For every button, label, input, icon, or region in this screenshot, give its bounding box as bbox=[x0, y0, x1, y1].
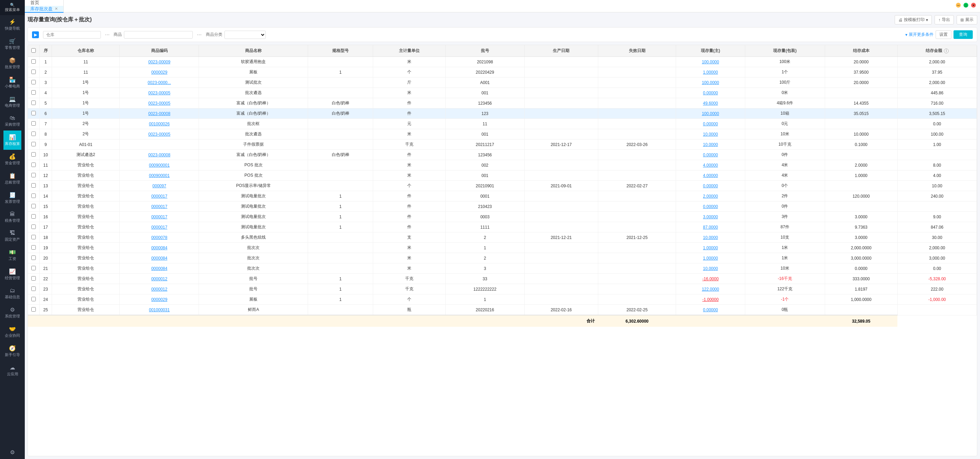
row-code-22[interactable]: 0000012 bbox=[120, 284, 199, 295]
row-qty-main-11[interactable]: 4.00000 bbox=[676, 171, 745, 181]
row-qty-main-4[interactable]: 49.6000 bbox=[676, 98, 745, 108]
row-code-2[interactable]: 0023-0000... bbox=[120, 78, 199, 88]
select-all-checkbox[interactable] bbox=[31, 48, 36, 53]
row-qty-main-21[interactable]: -16.0000 bbox=[676, 274, 745, 284]
set-button[interactable]: 设置 bbox=[935, 30, 951, 39]
sidebar-item-guide[interactable]: 🧭新手引导 bbox=[3, 341, 21, 361]
sidebar-item-invoice[interactable]: 🧾发票管理 bbox=[3, 188, 21, 208]
row-code-13[interactable]: 0000017 bbox=[120, 191, 199, 201]
row-qty-main-20[interactable]: 10.0000 bbox=[676, 263, 745, 274]
row-code-7[interactable]: 0023-00005 bbox=[120, 129, 199, 139]
row-code-20[interactable]: 0000084 bbox=[120, 263, 199, 274]
sidebar-item-mini-shop[interactable]: 🏪小餐电商 bbox=[3, 73, 21, 92]
row-code-6[interactable]: 001000026 bbox=[120, 119, 199, 129]
row-check-12[interactable] bbox=[31, 183, 36, 188]
sidebar-item-purchase[interactable]: 🛍采购管理 bbox=[3, 112, 21, 131]
tab-close-batch-inventory[interactable]: ✕ bbox=[55, 6, 58, 11]
row-check-5[interactable] bbox=[31, 111, 36, 115]
filter-toggle-btn[interactable]: ▶ bbox=[32, 31, 39, 38]
row-qty-main-9[interactable]: 0.00000 bbox=[676, 150, 745, 160]
sidebar-search[interactable]: 🔍 搜索菜单 bbox=[0, 0, 25, 15]
sidebar-item-system[interactable]: ⚙系统管理 bbox=[3, 303, 21, 322]
row-qty-main-8[interactable]: 10.0000 bbox=[676, 139, 745, 150]
row-qty-main-3[interactable]: 0.00000 bbox=[676, 88, 745, 98]
expand-filter-btn[interactable]: ▾ 展开更多条件 bbox=[905, 32, 934, 38]
sidebar-item-tax[interactable]: 🏛税务管理 bbox=[3, 208, 21, 226]
row-qty-main-18[interactable]: 1.00000 bbox=[676, 243, 745, 253]
row-check-0[interactable] bbox=[31, 59, 36, 64]
sidebar-item-hr[interactable]: 💵工资 bbox=[3, 245, 21, 265]
row-code-12[interactable]: 000097 bbox=[120, 181, 199, 191]
row-code-16[interactable]: 0000017 bbox=[120, 222, 199, 233]
row-check-14[interactable] bbox=[31, 204, 36, 208]
row-qty-main-17[interactable]: 10.0000 bbox=[676, 233, 745, 243]
row-qty-main-23[interactable]: -1.00000 bbox=[676, 295, 745, 305]
row-qty-main-16[interactable]: 87.0000 bbox=[676, 222, 745, 233]
row-check-4[interactable] bbox=[31, 100, 36, 105]
sidebar-item-fixed-asset[interactable]: 🏗固定资产 bbox=[3, 226, 21, 245]
row-check-18[interactable] bbox=[31, 245, 36, 250]
sidebar-item-ops[interactable]: 📈经营管理 bbox=[3, 265, 21, 284]
row-check-9[interactable] bbox=[31, 152, 36, 157]
row-qty-main-0[interactable]: 100.0000 bbox=[676, 57, 745, 67]
row-check-1[interactable] bbox=[31, 70, 36, 74]
row-qty-main-19[interactable]: 1.00000 bbox=[676, 253, 745, 263]
sidebar-item-collab[interactable]: 🤝企业协同 bbox=[3, 322, 21, 341]
sidebar-item-retail[interactable]: 🛒零售管理 bbox=[3, 34, 21, 54]
row-check-21[interactable] bbox=[31, 276, 36, 280]
sidebar-item-quick-nav[interactable]: ⚡快捷导航 bbox=[3, 15, 21, 34]
row-qty-main-5[interactable]: 100.0000 bbox=[676, 108, 745, 119]
export-button[interactable]: ↑ 导出 bbox=[935, 15, 954, 24]
category-select[interactable] bbox=[224, 31, 266, 39]
row-check-20[interactable] bbox=[31, 266, 36, 270]
row-code-18[interactable]: 0000084 bbox=[120, 243, 199, 253]
print-button[interactable]: 🖨 按模板打印 ▾ bbox=[895, 15, 932, 24]
warehouse-input[interactable] bbox=[43, 31, 101, 38]
row-check-22[interactable] bbox=[31, 287, 36, 291]
window-close[interactable]: ✕ bbox=[971, 3, 976, 8]
row-check-19[interactable] bbox=[31, 255, 36, 260]
row-qty-main-13[interactable]: 2.00000 bbox=[676, 191, 745, 201]
sidebar-item-ecommerce[interactable]: 💻电商管理 bbox=[3, 92, 21, 112]
row-qty-main-12[interactable]: 0.00000 bbox=[676, 181, 745, 191]
row-qty-main-24[interactable]: 0.00000 bbox=[676, 305, 745, 316]
row-qty-main-10[interactable]: 4.00000 bbox=[676, 160, 745, 171]
row-code-23[interactable]: 0000029 bbox=[120, 295, 199, 305]
row-qty-main-14[interactable]: 0.00000 bbox=[676, 201, 745, 212]
row-qty-main-15[interactable]: 3.00000 bbox=[676, 212, 745, 222]
row-qty-main-6[interactable]: 0.00000 bbox=[676, 119, 745, 129]
row-code-19[interactable]: 0000084 bbox=[120, 253, 199, 263]
row-check-13[interactable] bbox=[31, 193, 36, 198]
tab-batch-inventory[interactable]: 库存批次盘✕ bbox=[25, 6, 64, 13]
toggle-button[interactable]: ⊞ 展示 bbox=[956, 15, 977, 24]
row-check-16[interactable] bbox=[31, 225, 36, 229]
row-check-11[interactable] bbox=[31, 173, 36, 177]
row-code-14[interactable]: 0000017 bbox=[120, 201, 199, 212]
goods-input[interactable] bbox=[124, 31, 193, 38]
window-maximize[interactable]: □ bbox=[964, 3, 968, 8]
row-check-2[interactable] bbox=[31, 80, 36, 84]
sidebar-item-base-info[interactable]: 🗂基础信息 bbox=[3, 284, 21, 303]
window-minimize[interactable]: ─ bbox=[956, 3, 961, 8]
row-code-5[interactable]: 0023-00008 bbox=[120, 108, 199, 119]
row-code-10[interactable]: 000900001 bbox=[120, 160, 199, 171]
tab-home[interactable]: 首页 bbox=[25, 0, 64, 6]
row-code-11[interactable]: 000900001 bbox=[120, 171, 199, 181]
row-code-4[interactable]: 0023-00005 bbox=[120, 98, 199, 108]
row-qty-main-22[interactable]: 122.0000 bbox=[676, 284, 745, 295]
row-code-1[interactable]: 0000029 bbox=[120, 67, 199, 78]
row-check-8[interactable] bbox=[31, 142, 36, 147]
row-code-24[interactable]: 001000031 bbox=[120, 305, 199, 316]
row-code-8[interactable] bbox=[120, 139, 199, 150]
row-code-3[interactable]: 0023-00005 bbox=[120, 88, 199, 98]
amount-info-icon[interactable]: i bbox=[944, 49, 949, 53]
row-qty-main-7[interactable]: 10.0000 bbox=[676, 129, 745, 139]
row-code-17[interactable]: 0000078 bbox=[120, 233, 199, 243]
row-check-10[interactable] bbox=[31, 163, 36, 167]
row-check-3[interactable] bbox=[31, 90, 36, 95]
row-code-21[interactable]: 0000012 bbox=[120, 274, 199, 284]
row-code-9[interactable]: 0023-00008 bbox=[120, 150, 199, 160]
row-qty-main-2[interactable]: 100.0000 bbox=[676, 78, 745, 88]
query-button[interactable]: 查询 bbox=[953, 30, 973, 39]
row-check-6[interactable] bbox=[31, 121, 36, 126]
